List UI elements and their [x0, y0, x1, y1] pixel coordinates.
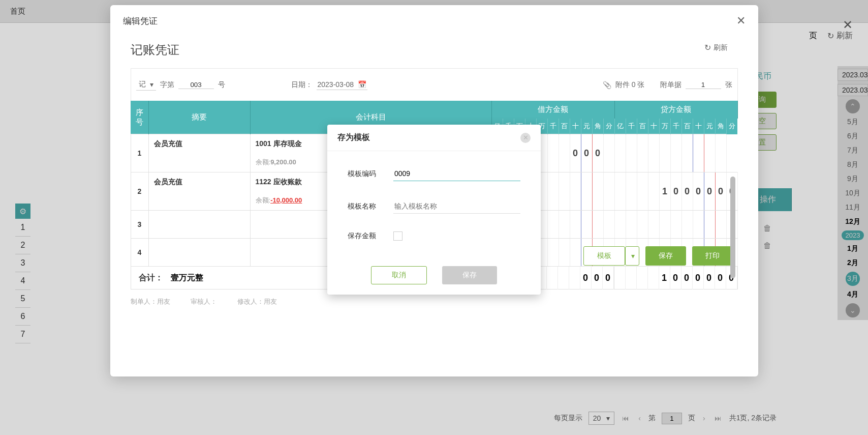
tm-amount-label: 保存金额 [348, 231, 383, 241]
save-template-modal: 存为模板 ✕ 模板编码 模板名称 保存金额 [327, 125, 541, 295]
tm-title: 存为模板 [337, 132, 370, 143]
tm-amount-checkbox[interactable] [393, 231, 402, 241]
tm-name-input[interactable] [393, 199, 520, 214]
tm-code-input[interactable] [393, 166, 520, 181]
tm-cancel-button[interactable]: 取消 [371, 266, 427, 284]
tm-save-button[interactable]: 保存 [442, 266, 497, 284]
edit-voucher-panel: 编辑凭证 ✕ 记账凭证 刷新 记 字第 号 [110, 5, 758, 376]
tm-code-label: 模板编码 [348, 169, 383, 179]
tm-close-icon[interactable]: ✕ [520, 133, 531, 143]
tm-name-label: 模板名称 [348, 202, 383, 211]
